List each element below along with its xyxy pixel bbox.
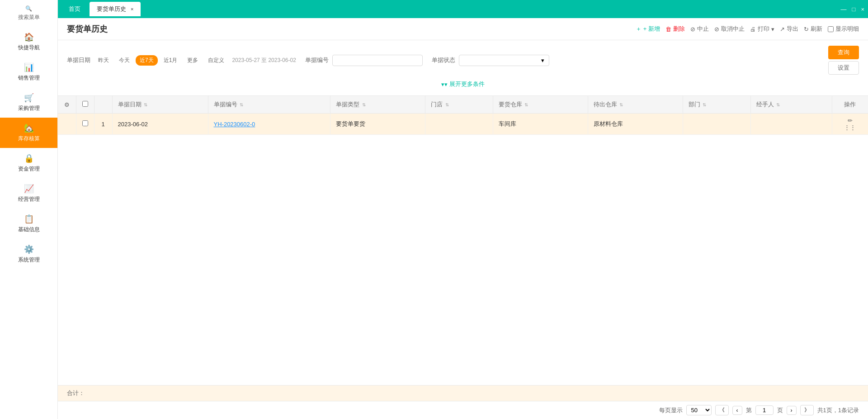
th-ops: 操作 bbox=[832, 96, 868, 114]
home-icon: 🏠 bbox=[24, 32, 34, 42]
row-handler bbox=[750, 114, 832, 135]
row-store bbox=[425, 114, 493, 135]
bill-no-input[interactable] bbox=[332, 55, 423, 66]
new-button[interactable]: ＋ + 新增 bbox=[636, 25, 660, 33]
date-range-display: 2023-05-27 至 2023-06-02 bbox=[232, 57, 296, 64]
delete-button[interactable]: 🗑 删除 bbox=[665, 25, 685, 33]
settings-button[interactable]: 设置 bbox=[828, 61, 859, 75]
tab-minimize-icon[interactable]: — bbox=[841, 6, 847, 13]
tab-home[interactable]: 首页 bbox=[61, 2, 88, 16]
sort-bill-no-icon: ⇅ bbox=[240, 102, 243, 107]
th-pending-warehouse[interactable]: 待出仓库 ⇅ bbox=[588, 96, 683, 114]
th-bill-type[interactable]: 单据类型 ⇅ bbox=[330, 96, 425, 114]
sort-bill-type-icon: ⇅ bbox=[362, 102, 366, 107]
export-icon: ↗ bbox=[780, 26, 785, 33]
refresh-icon: ↻ bbox=[804, 26, 809, 33]
tab-maximize-icon[interactable]: □ bbox=[852, 6, 856, 13]
row-checkbox[interactable] bbox=[76, 114, 94, 135]
status-label: 单据状态 bbox=[432, 56, 455, 64]
operations-icon: 📈 bbox=[24, 184, 34, 194]
next-page-btn[interactable]: › bbox=[787, 406, 797, 415]
toolbar: ＋ + 新增 🗑 删除 ⊘ 中止 ⊘ 取消中止 🖨 打印 bbox=[636, 25, 859, 33]
sidebar-item-search-menu[interactable]: 🔍 搜索菜单 bbox=[0, 0, 57, 27]
finance-icon: 🔒 bbox=[24, 153, 34, 163]
sidebar-item-quick-nav[interactable]: 🏠 快捷导航 bbox=[0, 27, 57, 57]
date-btn-more[interactable]: 更多 bbox=[183, 55, 202, 66]
filter-date-item: 单据日期 昨天 今天 近7天 近1月 更多 自定义 2023-05-27 至 2… bbox=[67, 55, 296, 66]
row-bill-type: 要货单要货 bbox=[330, 114, 425, 135]
row-index: 1 bbox=[94, 114, 112, 135]
row-bill-no[interactable]: YH-20230602-0 bbox=[208, 114, 330, 135]
page-suffix: 页 bbox=[777, 406, 783, 414]
last-page-btn[interactable]: 》 bbox=[800, 405, 814, 415]
row-department bbox=[683, 114, 750, 135]
display-detail-checkbox[interactable] bbox=[828, 26, 834, 32]
status-select[interactable]: ▾ bbox=[459, 55, 549, 66]
data-table: ⚙ 单据日期 ⇅ 单据编号 ⇅ 单据类型 ⇅ bbox=[58, 96, 868, 135]
search-icon: 🔍 bbox=[25, 5, 32, 12]
refresh-button[interactable]: ↻ 刷新 bbox=[804, 25, 822, 33]
expand-icon: ▾▾ bbox=[441, 81, 448, 88]
table-row: 1 2023-06-02 YH-20230602-0 要货单要货 车间库 原材料… bbox=[58, 114, 868, 135]
content-area: 要货单历史 ＋ + 新增 🗑 删除 ⊘ 中止 ⊘ 取消中止 bbox=[58, 18, 868, 419]
sort-pending-warehouse-icon: ⇅ bbox=[619, 102, 623, 107]
th-req-warehouse[interactable]: 要货仓库 ⇅ bbox=[493, 96, 588, 114]
th-bill-no[interactable]: 单据编号 ⇅ bbox=[208, 96, 330, 114]
th-date[interactable]: 单据日期 ⇅ bbox=[112, 96, 208, 114]
sidebar-item-purchase[interactable]: 🛒 采购管理 bbox=[0, 87, 57, 118]
date-btn-7days[interactable]: 近7天 bbox=[136, 55, 158, 66]
status-dropdown-icon: ▾ bbox=[541, 57, 544, 64]
tab-bill-history[interactable]: 要货单历史 × bbox=[90, 2, 141, 16]
query-buttons: 查询 设置 bbox=[828, 46, 859, 75]
print-icon: 🖨 bbox=[750, 26, 756, 33]
cancel-stop-icon: ⊘ bbox=[714, 26, 719, 33]
select-all-checkbox[interactable] bbox=[82, 101, 88, 107]
query-button[interactable]: 查询 bbox=[828, 46, 859, 59]
sidebar-item-operations[interactable]: 📈 经营管理 bbox=[0, 178, 57, 209]
th-checkbox[interactable] bbox=[76, 96, 94, 114]
sidebar-item-finance[interactable]: 🔒 资金管理 bbox=[0, 148, 57, 178]
basic-info-icon: 📋 bbox=[24, 214, 34, 224]
first-page-btn[interactable]: 《 bbox=[715, 405, 729, 415]
print-dropdown-icon: ▾ bbox=[771, 26, 774, 33]
row-select-checkbox[interactable] bbox=[82, 120, 88, 126]
row-settings bbox=[58, 114, 76, 135]
date-btn-today[interactable]: 今天 bbox=[115, 55, 134, 66]
export-button[interactable]: ↗ 导出 bbox=[780, 25, 798, 33]
date-btn-custom[interactable]: 自定义 bbox=[204, 55, 228, 66]
page-header: 要货单历史 ＋ + 新增 🗑 删除 ⊘ 中止 ⊘ 取消中止 bbox=[58, 18, 868, 40]
per-page-select[interactable]: 50 10 20 100 bbox=[686, 405, 712, 415]
th-store[interactable]: 门店 ⇅ bbox=[425, 96, 493, 114]
sort-department-icon: ⇅ bbox=[703, 102, 706, 107]
stop-button[interactable]: ⊘ 中止 bbox=[690, 25, 709, 33]
sidebar-item-inventory[interactable]: 🏡 库存核算 bbox=[0, 118, 57, 148]
filter-row-1: 单据日期 昨天 今天 近7天 近1月 更多 自定义 2023-05-27 至 2… bbox=[67, 46, 859, 75]
date-filter-label: 单据日期 bbox=[67, 56, 90, 64]
bill-no-label: 单据编号 bbox=[305, 56, 329, 64]
th-department[interactable]: 部门 ⇅ bbox=[683, 96, 750, 114]
sort-date-icon: ⇅ bbox=[144, 102, 147, 107]
date-btn-yesterday[interactable]: 昨天 bbox=[94, 55, 113, 66]
sidebar-item-sales[interactable]: 📊 销售管理 bbox=[0, 57, 57, 87]
row-more-icon[interactable]: ⋮⋮ bbox=[842, 123, 858, 132]
sidebar-item-basic-info[interactable]: 📋 基础信息 bbox=[0, 209, 57, 239]
purchase-icon: 🛒 bbox=[24, 93, 34, 103]
th-handler[interactable]: 经手人 ⇅ bbox=[750, 96, 832, 114]
row-ops: ✏ ⋮⋮ bbox=[832, 114, 868, 135]
display-detail-toggle[interactable]: 显示明细 bbox=[828, 25, 859, 33]
row-req-warehouse: 车间库 bbox=[493, 114, 588, 135]
current-page-input[interactable] bbox=[755, 405, 774, 415]
expand-more-btn[interactable]: ▾▾ 展开更多条件 bbox=[67, 78, 859, 90]
date-filter-buttons: 昨天 今天 近7天 近1月 更多 自定义 bbox=[94, 55, 228, 66]
system-icon: ⚙️ bbox=[24, 244, 34, 254]
prev-page-btn[interactable]: ‹ bbox=[732, 406, 742, 415]
date-btn-1month[interactable]: 近1月 bbox=[160, 55, 182, 66]
print-button[interactable]: 🖨 打印 ▾ bbox=[750, 25, 774, 33]
sidebar-item-system[interactable]: ⚙️ 系统管理 bbox=[0, 239, 57, 269]
cancel-stop-button[interactable]: ⊘ 取消中止 bbox=[714, 25, 745, 33]
tab-close-icon[interactable]: × bbox=[131, 6, 133, 12]
tab-window-close-icon[interactable]: × bbox=[861, 6, 864, 13]
th-settings[interactable]: ⚙ bbox=[58, 96, 76, 114]
tab-bar: 首页 要货单历史 × — □ × bbox=[58, 0, 868, 18]
tab-bar-actions: — □ × bbox=[841, 6, 864, 13]
